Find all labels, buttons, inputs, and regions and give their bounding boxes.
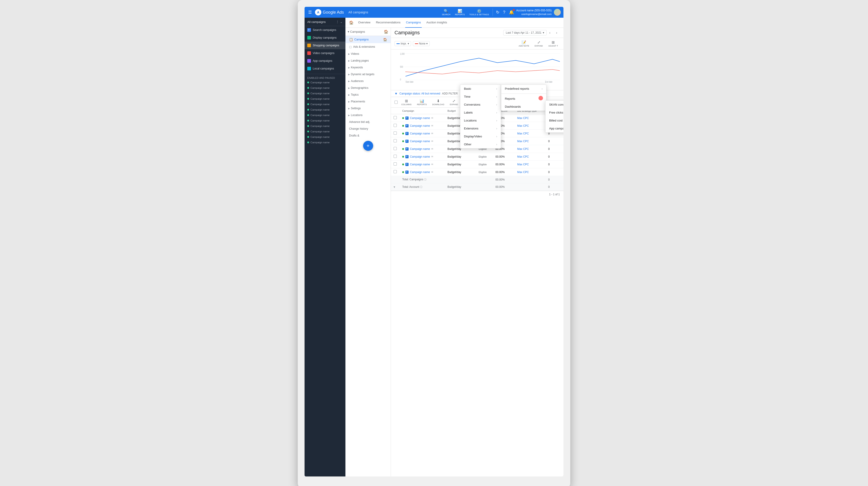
sidebar-campaign-4[interactable]: Campaign name — [305, 96, 345, 101]
subnav-campaigns[interactable]: Campaigns — [405, 18, 422, 28]
sidebar-campaign-11[interactable]: Campaign name — [305, 134, 345, 140]
sub-menu-predefined[interactable]: Predefined reports › — [501, 85, 546, 93]
subnav-overview[interactable]: Overview — [357, 18, 371, 28]
row-checkbox[interactable] — [394, 155, 397, 158]
menu-item-labels[interactable]: Labels › — [460, 109, 501, 117]
hamburger-menu[interactable]: ☰ — [307, 9, 313, 16]
row-checkbox[interactable] — [394, 170, 397, 173]
sidebar-campaign-12[interactable]: Campaign name — [305, 140, 345, 145]
sub-menu-reports[interactable]: Reports — [501, 95, 546, 103]
sidebar-campaign-10[interactable]: Campaign name — [305, 129, 345, 134]
menu-item-extensions[interactable]: Extensions › — [460, 124, 501, 132]
fab-add-button[interactable]: + — [363, 141, 373, 151]
account-info[interactable]: Account name (555-555-555) userloginname… — [516, 9, 552, 16]
campaign-name-link[interactable]: Campaign name — [410, 147, 430, 151]
columns-btn[interactable]: ⊞ COLUMNS — [400, 98, 413, 107]
subnav-home-icon[interactable]: 🏠 — [349, 21, 353, 25]
bid-strategy-link[interactable]: Max CPC — [517, 140, 529, 143]
tools-nav-btn[interactable]: ⚙️ TOOLS & SETTINGS — [468, 8, 491, 17]
expand-action-btn[interactable]: ⤢ EXPAND — [448, 98, 460, 107]
sidebar-item-app[interactable]: App campaigns — [305, 57, 345, 65]
sub-menu-free-clicks[interactable]: Free clicks — [546, 109, 563, 117]
sidebar-campaign-1[interactable]: Campaign name — [305, 80, 345, 85]
lp-group-settings[interactable]: ▶ Settings — [345, 105, 391, 112]
menu-item-other[interactable]: Other › — [460, 140, 501, 148]
sidebar-item-video[interactable]: Video campaigns — [305, 49, 345, 57]
row-checkbox[interactable] — [394, 116, 397, 119]
date-range-selector[interactable]: Last 7 days Apr 11 - 17, 2021 ▾ — [503, 30, 547, 35]
campaign-name-link[interactable]: Campaign name — [410, 132, 430, 135]
adjust-btn[interactable]: ⊞ ADJUST T — [547, 39, 560, 48]
campaign-status-filter[interactable]: Campaign status: All but removed — [400, 92, 440, 95]
sidebar-item-local[interactable]: Local campaigns — [305, 65, 345, 72]
bid-strategy-link[interactable]: Max CPC — [517, 132, 529, 135]
campaign-name-link[interactable]: Campaign name — [410, 163, 430, 166]
download-btn[interactable]: ⬇ DOWNLOAD — [430, 98, 446, 107]
refresh-btn[interactable]: ↻ — [495, 8, 501, 16]
lp-group-videos[interactable]: ▶ Videos — [345, 51, 391, 57]
alert-btn[interactable]: 🔔 — [507, 8, 515, 16]
lp-item-campaigns[interactable]: 📋 Campaigns 🏠 — [345, 36, 391, 43]
sidebar-campaign-8[interactable]: Campaign name — [305, 118, 345, 123]
row-checkbox[interactable] — [394, 147, 397, 150]
campaign-name-link[interactable]: Campaign name — [410, 140, 430, 143]
lp-item-change-history[interactable]: Change history — [345, 125, 391, 132]
lp-item-advance-bid[interactable]: Advance bid adj. — [345, 119, 391, 125]
sub-menu-app-placement[interactable]: App campaigns placement — [546, 124, 563, 132]
add-filter-button[interactable]: ADD FILTER — [442, 92, 458, 95]
sub-menu-skan[interactable]: SKAN conversions — [546, 101, 563, 109]
campaign-name-link[interactable]: Campaign name — [410, 124, 430, 127]
row-checkbox[interactable] — [394, 139, 397, 142]
reports-action-btn[interactable]: 📊 REPORTS — [415, 98, 429, 107]
row-checkbox[interactable] — [394, 162, 397, 165]
sidebar-campaign-7[interactable]: Campaign name — [305, 113, 345, 118]
campaign-name-link[interactable]: Campaign name — [410, 171, 430, 174]
sidebar-expand-icon[interactable]: ⌄ — [340, 20, 343, 24]
sub-menu-billed-cost[interactable]: Billed cost — [546, 117, 563, 124]
lp-group-placements[interactable]: ▶ Placements — [345, 98, 391, 105]
lp-group-topics[interactable]: ▶ Topics — [345, 91, 391, 98]
select-all-checkbox[interactable] — [395, 101, 398, 104]
sidebar-campaign-9[interactable]: Campaign name — [305, 123, 345, 129]
campaign-name-link[interactable]: Campaign name — [410, 117, 430, 120]
sidebar-campaign-3[interactable]: Campaign name — [305, 91, 345, 96]
row-checkbox[interactable] — [394, 124, 397, 127]
lp-group-landing[interactable]: ▶ Landing pages — [345, 57, 391, 64]
campaign-name-link[interactable]: Campaign name — [410, 155, 430, 158]
bid-strategy-link[interactable]: Max CPC — [517, 155, 529, 158]
expand-btn[interactable]: ⤢ EXPAND — [533, 39, 545, 48]
sidebar-item-display[interactable]: Display campaigns — [305, 34, 345, 41]
date-prev-btn[interactable]: ‹ — [547, 30, 553, 36]
sidebar-campaign-5[interactable]: Campaign name — [305, 101, 345, 107]
none-segment[interactable]: None ▾ — [413, 41, 430, 46]
lp-group-demographics[interactable]: ▶ Demographics — [345, 85, 391, 91]
sidebar-item-shopping[interactable]: Shopping campaigns — [305, 41, 345, 49]
impr-segment[interactable]: Impr. ▾ — [395, 41, 411, 46]
search-nav-btn[interactable]: 🔍 SEARCH — [440, 8, 453, 17]
lp-group-audiences[interactable]: ▶ Audiences — [345, 78, 391, 85]
lp-item-drafts[interactable]: Drafts & — [345, 132, 391, 139]
menu-item-display-video[interactable]: Display/Video › — [460, 132, 501, 140]
subnav-auction-insights[interactable]: Auction insights — [425, 18, 448, 28]
menu-item-conversions[interactable]: Conversions › — [460, 101, 501, 109]
add-note-btn[interactable]: 📝 ADD NOTE — [517, 39, 531, 48]
sidebar-more-icon[interactable]: ⋮ — [336, 20, 339, 24]
bid-strategy-link[interactable]: Max CPC — [517, 117, 529, 120]
bid-strategy-link[interactable]: Max CPC — [517, 171, 529, 174]
bid-strategy-link[interactable]: Max CPC — [517, 163, 529, 166]
lp-group-locations[interactable]: ▶ Locations — [345, 112, 391, 119]
menu-item-locations[interactable]: Locations › — [460, 117, 501, 124]
date-next-btn[interactable]: › — [554, 30, 560, 36]
row-checkbox[interactable] — [394, 131, 397, 135]
avatar[interactable] — [554, 9, 561, 16]
bid-strategy-link[interactable]: Max CPC — [517, 147, 529, 151]
sidebar-campaign-6[interactable]: Campaign name — [305, 107, 345, 113]
th-campaign[interactable]: Campaign — [400, 108, 445, 114]
lp-item-ads[interactable]: ◻ Ads & extensions — [345, 43, 391, 51]
reports-nav-btn[interactable]: 📊 REPORTS — [453, 8, 466, 17]
bid-strategy-link[interactable]: Max CPC — [517, 124, 529, 127]
left-panel-home-icon[interactable]: 🏠 — [384, 30, 389, 34]
help-btn[interactable]: ? — [502, 9, 507, 16]
lp-group-dynamic[interactable]: ▶ Dynamic ad targets — [345, 71, 391, 78]
subnav-recommendations[interactable]: Recommendations — [375, 18, 401, 28]
